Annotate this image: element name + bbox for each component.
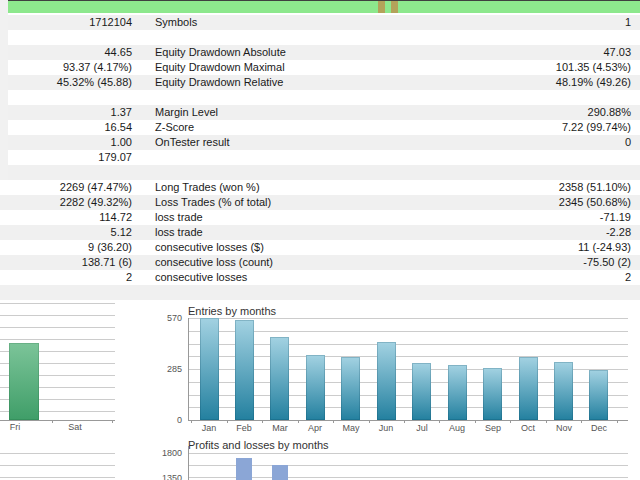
months-x-label: Apr bbox=[298, 423, 332, 433]
right-edge-strip bbox=[0, 0, 8, 180]
months-bar-oct bbox=[519, 357, 538, 420]
grid-line bbox=[0, 477, 115, 478]
weekday-axis-tick bbox=[52, 420, 53, 423]
weekday-axis-tick bbox=[112, 420, 113, 423]
entries-by-months-title: Entries by months bbox=[188, 305, 276, 317]
strategy-tester-report: 1712104Symbols144.65Equity Drawdown Abso… bbox=[0, 0, 640, 480]
weekday-label: Fri bbox=[0, 422, 30, 432]
months-bar-sep bbox=[483, 368, 502, 420]
grid-line bbox=[188, 356, 628, 357]
profits-bar-mar bbox=[272, 465, 288, 480]
grid-line bbox=[188, 318, 628, 319]
grid-line bbox=[188, 465, 628, 466]
months-x-label: May bbox=[334, 423, 368, 433]
grid-line bbox=[188, 344, 628, 345]
charts-area: Entries by months Profits and losses by … bbox=[0, 0, 640, 480]
months-y-tick-label: 0 bbox=[152, 415, 182, 425]
months-y-tick-label: 570 bbox=[152, 313, 182, 323]
months-x-label: Mar bbox=[263, 423, 297, 433]
grid-line bbox=[188, 331, 628, 332]
months-x-label: Dec bbox=[582, 423, 616, 433]
months-axis-tick bbox=[617, 420, 618, 423]
profits-by-months-title: Profits and losses by months bbox=[188, 439, 329, 451]
months-x-label: Jun bbox=[369, 423, 403, 433]
weekday-bar-fri bbox=[9, 343, 39, 420]
months-bar-dec bbox=[589, 370, 608, 420]
months-bar-may bbox=[341, 357, 360, 420]
grid-line bbox=[0, 303, 115, 304]
months-bar-nov bbox=[554, 362, 573, 420]
grid-line bbox=[0, 315, 115, 316]
grid-line bbox=[0, 339, 115, 340]
months-x-label: Feb bbox=[227, 423, 261, 433]
months-y-tick-label: 285 bbox=[152, 364, 182, 374]
months-bar-jan bbox=[200, 318, 219, 420]
months-x-label: Jul bbox=[405, 423, 439, 433]
profits-bar-feb bbox=[236, 458, 252, 480]
months-bar-mar bbox=[270, 337, 289, 420]
months-x-axis bbox=[188, 420, 628, 421]
months-y-axis bbox=[188, 318, 189, 420]
grid-line bbox=[0, 453, 115, 454]
months-x-label: Sep bbox=[476, 423, 510, 433]
weekday-x-axis bbox=[0, 420, 115, 421]
months-x-label: Aug bbox=[440, 423, 474, 433]
grid-line bbox=[188, 453, 628, 454]
weekday-label: Sat bbox=[60, 422, 90, 432]
grid-line bbox=[188, 477, 628, 478]
grid-line bbox=[0, 465, 115, 466]
grid-line bbox=[0, 327, 115, 328]
profits-y-tick-label: 1800 bbox=[152, 448, 182, 458]
months-bar-jun bbox=[377, 342, 396, 420]
months-x-label: Nov bbox=[547, 423, 581, 433]
profits-y-axis bbox=[188, 446, 189, 480]
months-x-label: Oct bbox=[511, 423, 545, 433]
months-bar-feb bbox=[235, 320, 254, 420]
profits-y-tick-label: 1350 bbox=[152, 473, 182, 480]
months-x-label: Jan bbox=[192, 423, 226, 433]
months-bar-aug bbox=[448, 365, 467, 420]
months-bar-jul bbox=[412, 363, 431, 420]
months-bar-apr bbox=[306, 355, 325, 420]
